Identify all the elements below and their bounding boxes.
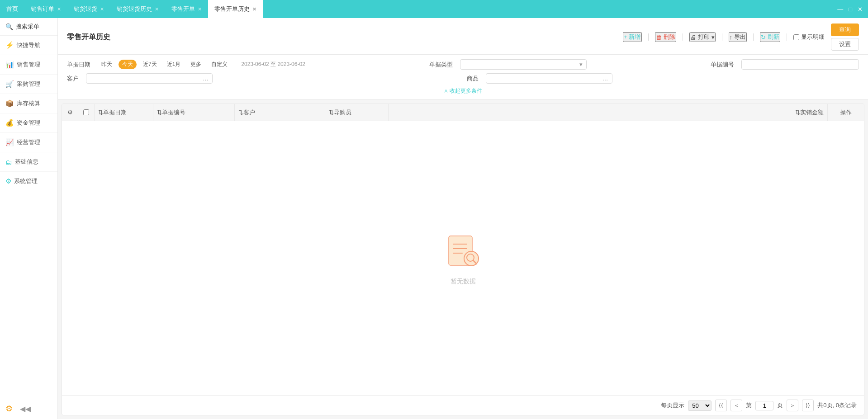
tab-home[interactable]: 首页 bbox=[0, 0, 24, 18]
basic-info-icon: 🗂 bbox=[5, 158, 12, 166]
close-icon[interactable]: ✕ bbox=[155, 6, 159, 12]
sidebar-collapse-icon[interactable]: ◀◀ bbox=[20, 405, 31, 413]
sidebar-item-inventory[interactable]: 📦 库存核算 bbox=[0, 94, 57, 113]
show-detail-label: 显示明细 bbox=[801, 33, 825, 41]
customer-input[interactable]: … bbox=[86, 73, 213, 84]
next-page-btn[interactable]: ＞ bbox=[787, 400, 798, 411]
tab-sales-return-history[interactable]: 销货退货历史 ✕ bbox=[110, 0, 165, 18]
sort-icon: ⇅ bbox=[98, 109, 103, 116]
per-page-select[interactable]: 20 50 100 bbox=[688, 400, 711, 411]
th-num[interactable]: ⇅ 单据编号 bbox=[153, 104, 235, 121]
tab-retail-order-history[interactable]: 零售开单历史 ✕ bbox=[208, 0, 263, 18]
sidebar-search[interactable]: 🔍 搜索采单 bbox=[0, 18, 57, 36]
date-btn-custom[interactable]: 自定义 bbox=[208, 60, 231, 69]
select-all-checkbox[interactable] bbox=[83, 109, 89, 115]
show-detail-input[interactable] bbox=[793, 34, 799, 40]
pagination: 每页显示 20 50 100 ⟨⟨ ＜ 第 页 ＞ ⟩⟩ 共0页, 0条记录 bbox=[62, 395, 864, 415]
close-icon[interactable]: ✕ bbox=[198, 6, 202, 12]
close-icon[interactable]: ✕ bbox=[100, 6, 104, 12]
export-button[interactable]: ↑ 导出 bbox=[729, 32, 747, 42]
prev-page-btn[interactable]: ＜ bbox=[730, 400, 742, 411]
divider bbox=[753, 33, 754, 41]
th-customer-label: 客户 bbox=[243, 108, 255, 117]
th-customer[interactable]: ⇅ 客户 bbox=[235, 104, 325, 121]
th-check[interactable] bbox=[78, 104, 95, 121]
refresh-icon: ↻ bbox=[761, 34, 766, 41]
empty-state: 暂无数据 bbox=[62, 121, 864, 395]
first-page-btn[interactable]: ⟨⟨ bbox=[715, 400, 727, 411]
th-amount[interactable]: ⇅ 实销金额 bbox=[389, 104, 828, 121]
settings-button[interactable]: 设置 bbox=[831, 38, 859, 51]
print-button[interactable]: 🖨 打印 ▾ bbox=[689, 32, 716, 42]
sidebar-item-finance[interactable]: 💰 资金管理 bbox=[0, 113, 57, 133]
tab-sales-return[interactable]: 销货退货 ✕ bbox=[67, 0, 110, 18]
close-icon[interactable]: ✕ bbox=[57, 6, 61, 12]
divider bbox=[722, 33, 722, 41]
date-btn-more[interactable]: 更多 bbox=[187, 60, 205, 69]
date-range: 2023-06-02 至 2023-06-02 bbox=[241, 61, 305, 68]
th-settings[interactable]: ⚙ bbox=[62, 104, 78, 121]
th-amount-label: 实销金额 bbox=[800, 108, 824, 117]
tab-list: 首页 销售订单 ✕ 销货退货 ✕ 销货退货历史 ✕ 零售开单 ✕ 零售开单历史 … bbox=[0, 0, 837, 18]
sidebar-item-finance-label: 资金管理 bbox=[17, 119, 40, 127]
tab-sales-order[interactable]: 销售订单 ✕ bbox=[24, 0, 67, 18]
sidebar-item-quick-nav[interactable]: ⚡ 快捷导航 bbox=[0, 36, 57, 55]
sidebar-item-sales-label: 销售管理 bbox=[17, 61, 40, 69]
delete-label: 删除 bbox=[664, 33, 675, 41]
quick-nav-icon: ⚡ bbox=[5, 41, 14, 49]
customer-label: 客户 bbox=[67, 75, 79, 83]
delete-button[interactable]: 🗑 删除 bbox=[655, 32, 676, 42]
type-select[interactable]: ▾ bbox=[460, 59, 587, 70]
close-icon[interactable]: ✕ bbox=[252, 6, 256, 12]
delete-icon: 🗑 bbox=[656, 34, 662, 41]
system-icon: ⚙ bbox=[5, 177, 11, 185]
tab-sales-return-history-label: 销货退货历史 bbox=[117, 5, 152, 13]
sidebar-item-operations-label: 经营管理 bbox=[17, 138, 40, 146]
minimize-icon[interactable]: — bbox=[837, 6, 843, 13]
tab-sales-order-label: 销售订单 bbox=[31, 5, 54, 13]
filter-area: 单据日期 昨天 今天 近7天 近1月 更多 自定义 2023-06-02 至 2… bbox=[58, 55, 868, 100]
last-page-btn[interactable]: ⟩⟩ bbox=[802, 400, 814, 411]
show-detail-checkbox[interactable]: 显示明细 bbox=[793, 33, 825, 41]
th-num-label: 单据编号 bbox=[162, 108, 185, 117]
empty-illustration bbox=[441, 231, 486, 272]
sidebar-item-operations[interactable]: 📈 经营管理 bbox=[0, 133, 57, 152]
page-input[interactable] bbox=[755, 401, 773, 410]
collapse-label: ∧ 收起更多条件 bbox=[444, 87, 482, 95]
sort-icon: ⇅ bbox=[238, 109, 243, 116]
sort-icon: ⇅ bbox=[329, 109, 334, 116]
refresh-button[interactable]: ↻ 刷新 bbox=[760, 32, 780, 42]
goods-ellipsis: … bbox=[602, 75, 608, 82]
add-button[interactable]: + 新增 bbox=[623, 32, 641, 42]
collapse-link[interactable]: ∧ 收起更多条件 bbox=[67, 87, 859, 95]
date-btn-today[interactable]: 今天 bbox=[119, 60, 137, 69]
tab-home-label: 首页 bbox=[6, 5, 18, 13]
tab-retail-order-history-label: 零售开单历史 bbox=[214, 5, 250, 13]
settings-gear-icon[interactable]: ⚙ bbox=[5, 404, 13, 414]
sidebar: 🔍 搜索采单 ⚡ 快捷导航 📊 销售管理 🛒 采购管理 📦 库存核算 💰 资金管… bbox=[0, 18, 58, 419]
content-area: 零售开单历史 + 新增 🗑 删除 🖨 打印 ▾ ↑ bbox=[58, 18, 868, 419]
sidebar-item-system[interactable]: ⚙ 系统管理 bbox=[0, 172, 57, 191]
query-button[interactable]: 查询 bbox=[831, 24, 859, 36]
sidebar-item-purchase[interactable]: 🛒 采购管理 bbox=[0, 75, 57, 94]
date-label: 单据日期 bbox=[67, 61, 90, 69]
sidebar-item-sales[interactable]: 📊 销售管理 bbox=[0, 55, 57, 75]
date-btn-yesterday[interactable]: 昨天 bbox=[98, 60, 116, 69]
th-date[interactable]: ⇅ 单据日期 bbox=[95, 104, 153, 121]
date-btn-1month[interactable]: 近1月 bbox=[163, 60, 185, 69]
goods-input[interactable]: … bbox=[486, 73, 612, 84]
sidebar-search-label: 搜索采单 bbox=[16, 23, 39, 31]
num-input[interactable] bbox=[741, 59, 859, 70]
settings-col-icon: ⚙ bbox=[67, 109, 73, 116]
sales-icon: 📊 bbox=[5, 61, 14, 69]
close-window-icon[interactable]: ✕ bbox=[858, 6, 863, 13]
date-btn-7days[interactable]: 近7天 bbox=[139, 60, 161, 69]
tab-retail-order[interactable]: 零售开单 ✕ bbox=[165, 0, 208, 18]
empty-text: 暂无数据 bbox=[451, 278, 476, 286]
th-guide[interactable]: ⇅ 导购员 bbox=[325, 104, 389, 121]
sidebar-item-basic-info[interactable]: 🗂 基础信息 bbox=[0, 152, 57, 172]
maximize-icon[interactable]: □ bbox=[849, 6, 852, 13]
tab-retail-order-label: 零售开单 bbox=[171, 5, 195, 13]
window-controls: — □ ✕ bbox=[837, 6, 868, 13]
print-label: 打印 bbox=[698, 33, 710, 41]
